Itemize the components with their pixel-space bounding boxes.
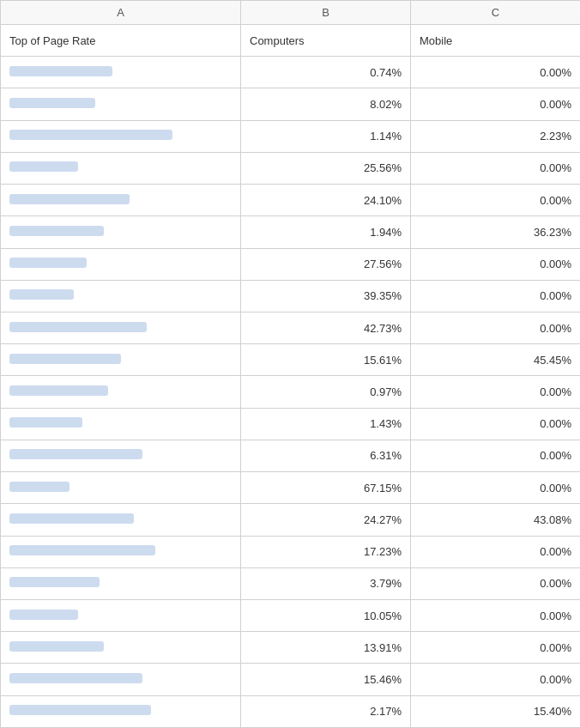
mobile-value: 0.00%: [411, 536, 581, 567]
mobile-value: 0.00%: [411, 185, 581, 216]
computers-value: 24.27%: [241, 504, 411, 536]
table-row: 67.15%0.00%: [1, 472, 581, 504]
computers-value: 2.17%: [241, 695, 411, 727]
table-row: 42.73%0.00%: [1, 312, 581, 343]
blurred-url-cell: [1, 248, 241, 280]
column-c-header: C: [411, 1, 581, 25]
mobile-value: 0.00%: [411, 408, 581, 440]
blurred-url-cell: [1, 408, 241, 440]
col-b-label: Computers: [241, 25, 411, 57]
table-row: 24.27%43.08%: [1, 504, 581, 536]
mobile-value: 43.08%: [411, 504, 581, 536]
column-a-header: A: [1, 1, 241, 25]
header-row: Top of Page Rate Computers Mobile: [1, 25, 581, 57]
computers-value: 42.73%: [241, 312, 411, 343]
spreadsheet-table: A B C Top of Page Rate Computers Mobile …: [0, 0, 580, 728]
computers-value: 3.79%: [241, 567, 411, 599]
computers-value: 8.02%: [241, 88, 411, 120]
mobile-value: 0.00%: [411, 88, 581, 120]
col-c-label: Mobile: [411, 25, 581, 57]
table-row: 3.79%0.00%: [1, 567, 581, 599]
blurred-url-cell: [1, 599, 241, 631]
computers-value: 15.46%: [241, 664, 411, 695]
table-row: 2.17%15.40%: [1, 695, 581, 727]
blurred-url-cell: [1, 185, 241, 216]
blurred-url-cell: [1, 664, 241, 695]
mobile-value: 0.00%: [411, 567, 581, 599]
computers-value: 27.56%: [241, 248, 411, 280]
mobile-value: 0.00%: [411, 248, 581, 280]
mobile-value: 0.00%: [411, 632, 581, 664]
mobile-value: 0.00%: [411, 599, 581, 631]
table-row: 0.97%0.00%: [1, 376, 581, 408]
blurred-url-cell: [1, 536, 241, 567]
mobile-value: 36.23%: [411, 216, 581, 248]
mobile-value: 0.00%: [411, 472, 581, 504]
mobile-value: 0.00%: [411, 440, 581, 471]
table-row: 10.05%0.00%: [1, 599, 581, 631]
table-row: 13.91%0.00%: [1, 632, 581, 664]
computers-value: 17.23%: [241, 536, 411, 567]
table-row: 15.46%0.00%: [1, 664, 581, 695]
table-row: 25.56%0.00%: [1, 152, 581, 184]
table-row: 24.10%0.00%: [1, 185, 581, 216]
table-row: 15.61%45.45%: [1, 344, 581, 376]
computers-value: 10.05%: [241, 599, 411, 631]
blurred-url-cell: [1, 504, 241, 536]
mobile-value: 0.00%: [411, 152, 581, 184]
table-row: 8.02%0.00%: [1, 88, 581, 120]
blurred-url-cell: [1, 632, 241, 664]
computers-value: 0.97%: [241, 376, 411, 408]
computers-value: 24.10%: [241, 185, 411, 216]
mobile-value: 15.40%: [411, 695, 581, 727]
computers-value: 6.31%: [241, 440, 411, 471]
table-row: 1.43%0.00%: [1, 408, 581, 440]
blurred-url-cell: [1, 695, 241, 727]
table-row: 0.74%0.00%: [1, 57, 581, 88]
computers-value: 39.35%: [241, 280, 411, 312]
computers-value: 1.14%: [241, 120, 411, 152]
table-row: 17.23%0.00%: [1, 536, 581, 567]
blurred-url-cell: [1, 312, 241, 343]
computers-value: 67.15%: [241, 472, 411, 504]
computers-value: 1.94%: [241, 216, 411, 248]
blurred-url-cell: [1, 472, 241, 504]
col-a-label: Top of Page Rate: [1, 25, 241, 57]
computers-value: 13.91%: [241, 632, 411, 664]
blurred-url-cell: [1, 344, 241, 376]
blurred-url-cell: [1, 216, 241, 248]
mobile-value: 0.00%: [411, 664, 581, 695]
table-row: 1.94%36.23%: [1, 216, 581, 248]
mobile-value: 0.00%: [411, 57, 581, 88]
computers-value: 0.74%: [241, 57, 411, 88]
mobile-value: 0.00%: [411, 376, 581, 408]
blurred-url-cell: [1, 57, 241, 88]
blurred-url-cell: [1, 567, 241, 599]
table-row: 39.35%0.00%: [1, 280, 581, 312]
blurred-url-cell: [1, 88, 241, 120]
blurred-url-cell: [1, 280, 241, 312]
table-row: 27.56%0.00%: [1, 248, 581, 280]
mobile-value: 0.00%: [411, 280, 581, 312]
blurred-url-cell: [1, 120, 241, 152]
table-row: 6.31%0.00%: [1, 440, 581, 471]
computers-value: 25.56%: [241, 152, 411, 184]
computers-value: 15.61%: [241, 344, 411, 376]
mobile-value: 45.45%: [411, 344, 581, 376]
blurred-url-cell: [1, 376, 241, 408]
blurred-url-cell: [1, 440, 241, 471]
table-row: 1.14%2.23%: [1, 120, 581, 152]
mobile-value: 0.00%: [411, 312, 581, 343]
mobile-value: 2.23%: [411, 120, 581, 152]
column-b-header: B: [241, 1, 411, 25]
computers-value: 1.43%: [241, 408, 411, 440]
blurred-url-cell: [1, 152, 241, 184]
